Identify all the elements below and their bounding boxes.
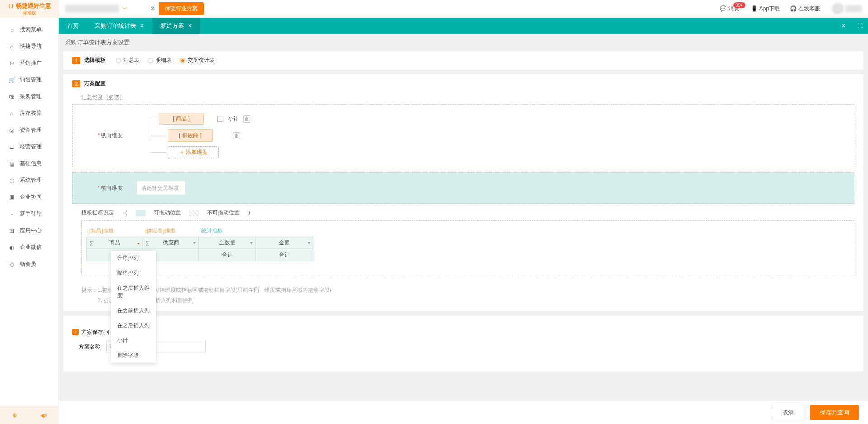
- legend-drag-swatch: [136, 210, 146, 216]
- fullscreen-button[interactable]: ⛶: [852, 18, 868, 34]
- radio-summary[interactable]: 汇总表: [116, 57, 140, 64]
- nav-guide[interactable]: ▫新手引导: [0, 205, 58, 222]
- nav-system[interactable]: ◌系统管理: [0, 172, 58, 189]
- avatar: [832, 3, 844, 14]
- step-badge-1: 1: [72, 57, 80, 64]
- flag-icon: ▫: [8, 210, 15, 218]
- nav-marketing[interactable]: ⚐营销推广: [0, 55, 58, 71]
- col-head-supplier: [供应商]维度: [142, 225, 198, 237]
- dd-delete-field[interactable]: 删除字段: [111, 348, 156, 363]
- nav-purchase[interactable]: 🛍采购管理: [0, 88, 58, 105]
- tips: 提示：1.拖动标题 可跨维度或指标区域拖动栏目字段(只能在同一维度或指标区域内拖…: [81, 285, 854, 306]
- cancel-button[interactable]: 取消: [772, 405, 804, 420]
- grid-header-supplier[interactable]: ∑供应商▾: [143, 237, 199, 249]
- step1-card: 1 选择模板 汇总表 明细表 交叉统计表: [63, 51, 863, 70]
- sidebar: 畅捷通好生意 标准版 ⌕搜索菜单 ⌂快捷导航 ⚐营销推广 🛒销售管理 🛍采购管理…: [0, 0, 59, 424]
- dd-subtotal[interactable]: 小计: [111, 333, 156, 348]
- save-checkbox[interactable]: ✓: [72, 329, 79, 335]
- tab-home[interactable]: 首页: [59, 18, 87, 34]
- headset-icon: 🎧: [790, 5, 797, 12]
- support-button[interactable]: 🎧在线客服: [790, 5, 820, 13]
- close-all-button[interactable]: ✕: [835, 18, 852, 34]
- sidebar-footer: ⚙ ◀»: [0, 406, 58, 424]
- nav-appcenter[interactable]: ⊞应用中心: [0, 222, 58, 239]
- brand-logo: 畅捷通好生意 标准版: [0, 0, 58, 18]
- grid-cell-total-qty: 合计: [199, 249, 256, 261]
- close-icon: ✕: [841, 23, 846, 29]
- delete-icon[interactable]: 🗑: [243, 115, 250, 123]
- scheme-name-label: 方案名称:: [79, 343, 102, 351]
- caret-down-icon: ▾: [193, 240, 196, 245]
- nav-sales[interactable]: 🛒销售管理: [0, 71, 58, 88]
- subtotal-checkbox[interactable]: [217, 116, 223, 122]
- grid-header-product[interactable]: ∑商品▴: [87, 237, 143, 249]
- warehouse-icon: ⌂: [8, 110, 15, 117]
- close-icon[interactable]: ✕: [140, 23, 144, 29]
- caret-down-icon: ▾: [250, 240, 253, 245]
- grid-area: [商品]维度 [供应商]维度 统计指标 ∑商品▴ ∑供应商▾ 主数量▾ 金额▾: [81, 220, 854, 276]
- chat-icon: 💬: [720, 5, 726, 12]
- legend-nodrag-swatch: [189, 210, 199, 216]
- user-menu[interactable]: [832, 3, 862, 14]
- nav-wecom[interactable]: ◐企业微信: [0, 239, 58, 256]
- tab-new-scheme[interactable]: 新建方案✕: [152, 18, 200, 34]
- collapse-button[interactable]: ◀»: [29, 406, 59, 424]
- gift-icon: ⚐: [8, 60, 15, 67]
- h-dim-label: *横向维度: [86, 184, 123, 192]
- tab-po-stats[interactable]: 采购订单统计表✕: [87, 18, 152, 34]
- nav-member[interactable]: ◇畅会员: [0, 256, 58, 272]
- delete-icon[interactable]: 🗑: [233, 132, 240, 139]
- settings-button[interactable]: ⚙: [0, 406, 29, 424]
- page-body: 采购订单统计表方案设置 1 选择模板 汇总表 明细表 交叉统计表 2 方案配: [59, 34, 868, 424]
- org-selector[interactable]: ﹀: [65, 5, 146, 13]
- chevron-down-icon: ﹀: [122, 5, 127, 13]
- template-legend: 模板指标设定 （ 可拖动位置 不可拖动位置 ）: [81, 209, 854, 217]
- dd-insert-dim-after[interactable]: 在之后插入维度: [111, 281, 156, 303]
- save-card: ✓ 方案保存(可选) 方案名称:: [63, 316, 863, 371]
- v-dim-label: *纵向维度: [86, 132, 123, 139]
- nav-finance[interactable]: ◎资金管理: [0, 122, 58, 138]
- radio-detail[interactable]: 明细表: [148, 57, 172, 64]
- dd-insert-col-before[interactable]: 在之前插入列: [111, 303, 156, 318]
- cart-icon: 🛒: [8, 76, 15, 84]
- team-icon: ▣: [8, 194, 15, 201]
- tag-product[interactable]: [ 商品 ]: [159, 113, 204, 125]
- footer: 取消 保存并查询: [59, 400, 868, 424]
- gear-icon: ◌: [8, 177, 15, 184]
- nav-search[interactable]: ⌕搜索菜单: [0, 21, 58, 38]
- save-query-button[interactable]: 保存并查询: [810, 405, 859, 420]
- step2-card: 2 方案配置 汇总维度（必选） *纵向维度 [ 商品 ]: [63, 74, 863, 311]
- sigma-icon: ∑: [146, 240, 150, 246]
- tabstrip: 首页 采购订单统计表✕ 新建方案✕ ✕ ⛶: [59, 18, 868, 34]
- nav-inventory[interactable]: ⌂库存核算: [0, 105, 58, 122]
- col-head-product: [商品]维度: [86, 225, 142, 237]
- dd-sort-asc[interactable]: 升序排列: [111, 251, 156, 266]
- dd-insert-col-after[interactable]: 在之后插入列: [111, 318, 156, 333]
- tag-supplier[interactable]: [ 供应商 ]: [168, 129, 213, 142]
- dd-sort-desc[interactable]: 降序排列: [111, 266, 156, 281]
- bag-icon: 🛍: [8, 93, 15, 100]
- app-download-button[interactable]: 📱App下载: [751, 5, 780, 13]
- close-icon[interactable]: ✕: [188, 23, 192, 29]
- messages-button[interactable]: 💬消息 99+: [720, 5, 739, 13]
- nav-quick[interactable]: ⌂快捷导航: [0, 38, 58, 55]
- nav-biz[interactable]: ≣经营管理: [0, 138, 58, 155]
- grid-header-qty[interactable]: 主数量▾: [199, 237, 256, 249]
- step-badge-2: 2: [72, 80, 80, 87]
- page-title: 采购订单统计表方案设置: [59, 34, 868, 51]
- org-settings-icon[interactable]: ⚙: [150, 5, 155, 12]
- trial-button[interactable]: 体验行业方案: [159, 2, 204, 15]
- nav-base[interactable]: ▤基础信息: [0, 155, 58, 172]
- sum-dim-title: 汇总维度（必选）: [81, 94, 854, 101]
- subtotal-label: 小计: [228, 115, 239, 123]
- add-dimension-button[interactable]: ＋ 添加维度: [168, 146, 219, 158]
- username-blur: [845, 5, 862, 12]
- horizontal-dim-box: *横向维度 请选择交叉维度: [72, 172, 854, 204]
- nav-collab[interactable]: ▣企业协同: [0, 189, 58, 205]
- topbar: ﹀ ⚙ 体验行业方案 💬消息 99+ 📱App下载 🎧在线客服: [59, 0, 868, 18]
- cross-dim-select[interactable]: 请选择交叉维度: [136, 181, 186, 195]
- grid-header-amount[interactable]: 金额▾: [256, 237, 313, 249]
- caret-up-icon: ▴: [137, 240, 140, 245]
- nav: ⌕搜索菜单 ⌂快捷导航 ⚐营销推广 🛒销售管理 🛍采购管理 ⌂库存核算 ◎资金管…: [0, 18, 58, 406]
- radio-cross[interactable]: 交叉统计表: [180, 57, 215, 64]
